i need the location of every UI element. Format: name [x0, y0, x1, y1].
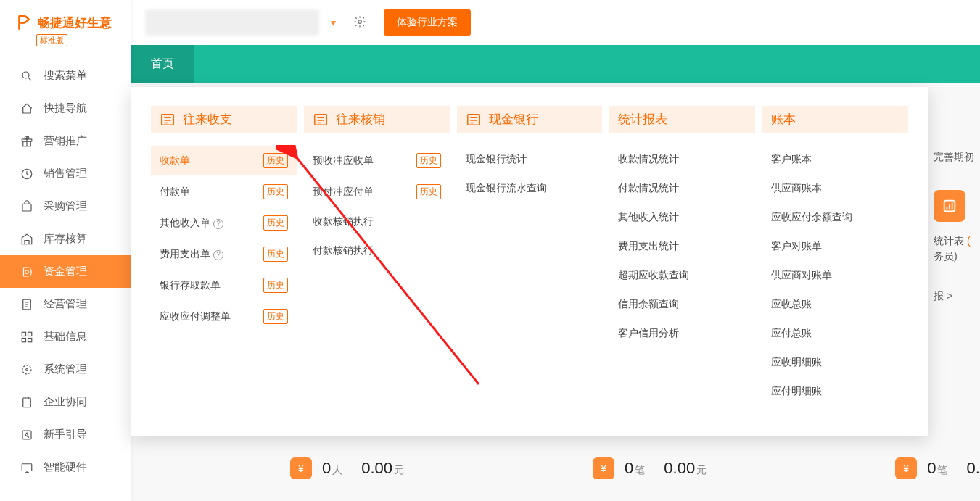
history-tag[interactable]: 历史: [263, 247, 288, 262]
mega-col-head: 现金银行: [457, 106, 603, 133]
mega-item-1-2[interactable]: 收款核销执行: [304, 208, 450, 236]
warehouse-icon: [20, 233, 33, 246]
gear-icon[interactable]: [353, 15, 366, 30]
cart-icon: [20, 167, 33, 181]
history-tag[interactable]: 历史: [416, 153, 441, 168]
mega-item-label: 付款核销执行: [313, 244, 374, 257]
history-tag[interactable]: 历史: [263, 153, 288, 168]
mega-col-title: 现金银行: [489, 111, 538, 128]
doc-icon: [466, 112, 482, 128]
sidebar-item-11[interactable]: 新手引导: [0, 418, 131, 451]
mega-item-2-1[interactable]: 现金银行流水查询: [457, 175, 603, 202]
mega-item-1-3[interactable]: 付款核销执行: [304, 237, 450, 265]
mega-item-label: 其他收入单?: [160, 217, 223, 230]
chevron-down-icon[interactable]: ▾: [331, 17, 336, 28]
sidebar-item-label: 采购管理: [44, 199, 87, 213]
mega-item-3-1[interactable]: 付款情况统计: [609, 175, 755, 202]
mega-item-label: 费用支出单?: [160, 248, 223, 261]
sidebar-item-7[interactable]: 经营管理: [0, 288, 131, 320]
svg-rect-7: [22, 332, 25, 336]
tab-home[interactable]: 首页: [131, 45, 194, 83]
mega-item-0-3[interactable]: 费用支出单?历史: [151, 239, 297, 269]
mega-item-4-1[interactable]: 供应商账本: [762, 175, 908, 202]
edge-link[interactable]: 报 >: [934, 290, 976, 303]
mega-item-label: 其他收入统计: [618, 211, 679, 224]
svg-point-5: [25, 270, 29, 273]
stat-count: 0笔: [927, 459, 947, 478]
history-tag[interactable]: 历史: [263, 184, 288, 199]
history-tag[interactable]: 历史: [263, 309, 288, 324]
mega-item-1-1[interactable]: 预付冲应付单历史: [304, 177, 450, 207]
edge-text-1: 完善期初: [934, 151, 976, 164]
mega-item-4-8[interactable]: 应付明细账: [762, 378, 908, 405]
sidebar-item-label: 新手引导: [44, 428, 87, 442]
mega-item-4-3[interactable]: 客户对账单: [762, 233, 908, 260]
mega-item-label: 客户信用分析: [618, 327, 679, 340]
mega-item-label: 应付明细账: [771, 385, 822, 398]
doc-icon: [313, 112, 329, 128]
mega-item-4-4[interactable]: 供应商对账单: [762, 262, 908, 289]
sidebar-item-label: 智能硬件: [44, 460, 87, 474]
sidebar-item-12[interactable]: 智能硬件: [0, 451, 131, 484]
mega-item-0-4[interactable]: 银行存取款单历史: [151, 270, 297, 300]
help-icon[interactable]: ?: [213, 250, 223, 260]
sidebar-item-6[interactable]: 资金管理: [0, 255, 131, 288]
mega-col-head: 账本: [762, 106, 908, 133]
mega-item-1-0[interactable]: 预收冲应收单历史: [304, 146, 450, 175]
svg-point-17: [358, 20, 362, 23]
mega-item-3-4[interactable]: 超期应收款查询: [609, 262, 755, 289]
sidebar-item-2[interactable]: 营销推广: [0, 125, 131, 157]
logo-area: 畅捷通好生意 标准版: [0, 0, 131, 54]
sidebar-item-1[interactable]: 快捷导航: [0, 92, 131, 125]
mega-col-title: 往来核销: [336, 111, 385, 128]
history-tag[interactable]: 历史: [263, 215, 288, 231]
mega-item-label: 应收明细账: [771, 356, 822, 369]
mega-item-3-2[interactable]: 其他收入统计: [609, 204, 755, 231]
mega-item-0-0[interactable]: 收款单历史: [151, 146, 297, 175]
sidebar-item-label: 基础信息: [44, 330, 87, 344]
brand-edition: 标准版: [36, 34, 67, 46]
mega-item-4-5[interactable]: 应收总账: [762, 291, 908, 318]
sidebar-item-8[interactable]: 基础信息: [0, 320, 131, 353]
sidebar-item-9[interactable]: 系统管理: [0, 353, 131, 386]
mega-item-3-0[interactable]: 收款情况统计: [609, 146, 755, 173]
mega-item-2-0[interactable]: 现金银行统计: [457, 146, 603, 173]
sidebar-item-4[interactable]: 采购管理: [0, 190, 131, 223]
cta-button[interactable]: 体验行业方案: [384, 9, 471, 36]
sidebar-item-label: 经营管理: [44, 297, 87, 311]
mega-col-head: 往来收支: [151, 106, 297, 133]
mega-item-label: 收款核销执行: [313, 215, 374, 228]
mega-col-0: 往来收支收款单历史付款单历史其他收入单?历史费用支出单?历史银行存取款单历史应收…: [151, 106, 297, 407]
mega-item-0-1[interactable]: 付款单历史: [151, 177, 297, 207]
sidebar-item-10[interactable]: 企业协同: [0, 386, 131, 418]
history-tag[interactable]: 历史: [416, 184, 441, 199]
stat-card-0: ¥ 0人 0.00元: [290, 457, 404, 479]
mega-item-3-6[interactable]: 客户信用分析: [609, 320, 755, 347]
org-selector[interactable]: [145, 9, 319, 36]
stat-count: 0笔: [625, 459, 645, 478]
mega-item-label: 应收总账: [771, 298, 812, 311]
mega-item-3-3[interactable]: 费用支出统计: [609, 233, 755, 260]
sidebar-item-5[interactable]: 库存核算: [0, 223, 131, 255]
logo-icon: [15, 13, 33, 32]
stats-icon[interactable]: [934, 190, 965, 222]
history-tag[interactable]: 历史: [263, 278, 288, 293]
mega-item-0-2[interactable]: 其他收入单?历史: [151, 208, 297, 238]
mega-item-label: 应付总账: [771, 327, 812, 340]
svg-point-11: [22, 365, 31, 374]
sidebar-item-0[interactable]: 搜索菜单: [0, 59, 131, 92]
mega-item-4-7[interactable]: 应收明细账: [762, 349, 908, 376]
clipboard-icon: [20, 396, 33, 409]
doc-icon: [20, 298, 33, 311]
mega-item-4-6[interactable]: 应付总账: [762, 320, 908, 347]
mega-item-0-5[interactable]: 应收应付调整单历史: [151, 302, 297, 331]
sidebar-item-3[interactable]: 销售管理: [0, 157, 131, 190]
mega-item-4-2[interactable]: 应收应付余额查询: [762, 204, 908, 231]
help-icon[interactable]: ?: [213, 219, 223, 229]
tab-bar: 首页: [131, 45, 980, 83]
sidebar-item-label: 快捷导航: [44, 102, 87, 115]
tv-icon: [20, 461, 33, 474]
mega-item-3-5[interactable]: 信用余额查询: [609, 291, 755, 318]
mega-item-4-0[interactable]: 客户账本: [762, 146, 908, 173]
money-icon: [20, 265, 33, 278]
